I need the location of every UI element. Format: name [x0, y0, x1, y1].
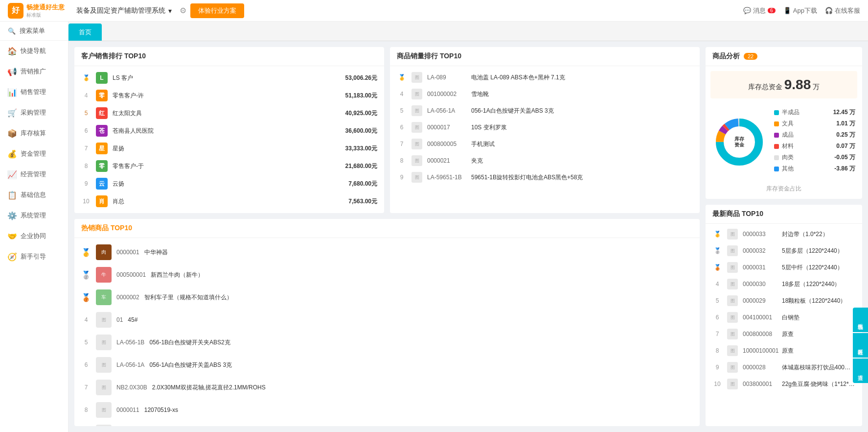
sidebar-item-label: 经营管理 [21, 170, 46, 179]
legend-dot-4 [774, 144, 779, 149]
tab-home[interactable]: 首页 [69, 24, 102, 41]
newest-code-7: 000800008 [743, 331, 777, 337]
table-row: 6 图 0000017 10S 变利罗浆 [390, 119, 700, 136]
system-selector[interactable]: 装备及固定资产辅助管理系统 ▾ [76, 6, 172, 15]
phone-icon: 📱 [783, 7, 791, 14]
online-service-btn[interactable]: 🎧 在线客服 [825, 6, 860, 15]
sidebar-item-quick-nav[interactable]: 🏠 快捷导航 [0, 41, 68, 61]
sidebar-item-cooperation[interactable]: 🤝 企业协同 [0, 226, 68, 246]
hot-code-5: LA-056-1B [116, 339, 144, 346]
newest-name-10: 22g鱼豆腐·烧烤味（1*12*20） [782, 380, 855, 388]
legend-value-1: 12.45 万 [833, 108, 855, 117]
float-btn-service[interactable]: 客服热线 [853, 308, 868, 332]
customer-amount-2: 51,183.00元 [345, 92, 377, 100]
inventory-total-value: 9.88 [784, 77, 811, 92]
hot-code-3: 0000002 [116, 294, 139, 301]
table-row: 5 红 红太阳文具 40,925.00元 [74, 104, 384, 122]
prod-img-5: 图 [411, 139, 422, 149]
table-row: 4 零 零售客户-许 51,183.00元 [74, 87, 384, 104]
newest-code-5: 0000029 [743, 297, 777, 304]
logo-brand: 畅捷通好生意 [26, 3, 65, 12]
table-row: 5 图 LA-056-1A 056-1A白色按键开关盖ABS 3克 [390, 102, 700, 119]
inventory-legend: 半成品 12.45 万 文具 1.01 万 成品 0 [774, 108, 855, 176]
customer-ranking-list: 🥇 L LS 客户 53,006.26元 4 零 零售客户-许 51,183.0… [74, 66, 384, 213]
sidebar-item-base-info[interactable]: 📋 基础信息 [0, 185, 68, 205]
product-sales-title: 商品销量排行 TOP10 [397, 52, 461, 61]
newest-rank-10: 10 [712, 381, 722, 387]
experience-btn[interactable]: 体验行业方案 [190, 3, 244, 18]
sidebar-item-guide[interactable]: 🧭 新手引导 [0, 246, 68, 267]
sidebar-item-finance[interactable]: 💰 资金管理 [0, 144, 68, 164]
chevron-down-icon[interactable]: ▾ [168, 7, 172, 15]
sales-icon: 📊 [8, 88, 17, 96]
app-download-btn[interactable]: 📱 App下载 [783, 6, 817, 15]
customer-name-3: 红太阳文具 [113, 109, 341, 118]
sidebar-item-system[interactable]: ⚙️ 系统管理 [0, 205, 68, 226]
sidebar-item-label: 新手引导 [21, 252, 46, 261]
sidebar-item-inventory[interactable]: 📦 库存核算 [0, 123, 68, 144]
list-item: 9 图 KK-SD22110H 花语萌恒温分腿睡袋（厚款） [74, 421, 700, 426]
legend-dot-6 [774, 167, 779, 171]
inventory-total-label: 库存总资金 [748, 83, 782, 91]
guide-icon: 🧭 [8, 252, 17, 261]
table-row: 🥇 图 LA-089 电池盖 LA-089 ABS本色+黑种 7.1克 [390, 69, 700, 86]
customer-amount-5: 33,333.00元 [345, 144, 377, 153]
newest-name-9: 体城嘉枝味苏打饮品400毫升（1*15） [782, 363, 855, 372]
prod-rank-5: 7 [397, 141, 407, 147]
rank-badge-7: 云 [96, 178, 108, 190]
sidebar-item-purchase[interactable]: 🛒 采购管理 [0, 102, 68, 123]
float-btn-live[interactable]: 直播 [853, 359, 868, 383]
sidebar-item-operations[interactable]: 📈 经营管理 [0, 164, 68, 185]
hot-code-7: NB2.0X30B [116, 384, 147, 391]
finance-icon: 💰 [8, 149, 17, 158]
newest-code-6: 004100001 [743, 314, 777, 321]
message-btn[interactable]: 💬 消息 6 [743, 6, 776, 15]
topbar-right: 💬 消息 6 📱 App下载 🎧 在线客服 [743, 6, 860, 15]
inventory-footer: 库存资金占比 [706, 181, 862, 199]
hot-name-6: 056-1A白色按键开关盖ABS 3克 [149, 361, 693, 369]
rank-badge-8: 肖 [96, 195, 108, 207]
newest-img-1: 图 [727, 229, 738, 240]
newest-name-3: 5层中纤（1220*2440） [782, 264, 855, 272]
sidebar-item-marketing[interactable]: 📢 营销推广 [0, 61, 68, 82]
hot-code-1: 0000001 [116, 249, 139, 256]
newest-code-4: 0000030 [743, 281, 777, 288]
hot-rank-5: 5 [81, 339, 91, 346]
newest-code-9: 0000028 [743, 364, 777, 371]
rank-num-5: 7 [81, 145, 91, 152]
customer-name-2: 零售客户-许 [113, 92, 341, 100]
newest-rank-1: 🥇 [712, 231, 722, 238]
hot-img-4: 图 [96, 312, 112, 328]
newest-rank-2: 🥈 [712, 247, 722, 254]
customer-amount-8: 7,563.00元 [348, 197, 377, 206]
search-icon: 🔍 [8, 27, 16, 35]
rank-badge-4: 苍 [96, 125, 108, 137]
newest-code-1: 0000033 [743, 231, 777, 238]
float-btn-community[interactable]: 服务社区 [853, 333, 868, 358]
hot-code-4: 01 [116, 316, 123, 323]
sidebar-item-sales[interactable]: 📊 销售管理 [0, 82, 68, 102]
table-row: 6 苍 苍南县人民医院 36,600.00元 [74, 122, 384, 140]
table-row: 10 肖 肖总 7,563.00元 [74, 192, 384, 210]
logo-area: 好 畅捷通好生意 标准版 [8, 3, 76, 19]
top-row: 客户销售排行 TOP10 🥇 L LS 客户 53,006.26元 [74, 47, 700, 213]
newest-rank-6: 6 [712, 314, 722, 321]
legend-label-2: 文具 [782, 120, 833, 128]
list-item: 5 图 0000029 18颗粒板（1220*2440） [706, 292, 862, 309]
newest-products-panel: 最新商品 TOP10 🥇 图 0000033 封边带（1.0*22） [706, 205, 862, 426]
hot-name-3: 智利车子里（规格不知道填什么） [144, 293, 693, 302]
search-menu[interactable]: 🔍 搜索菜单 [0, 22, 68, 41]
gear-icon[interactable]: ⚙ [180, 6, 186, 15]
newest-rank-3: 🥉 [712, 264, 722, 271]
hot-img-8: 图 [96, 402, 112, 418]
inventory-total-unit: 万 [813, 83, 820, 91]
donut-chart: 库存 资金 [712, 115, 766, 169]
prod-rank-3: 5 [397, 107, 407, 114]
customer-ranking-header: 客户销售排行 TOP10 [74, 47, 384, 66]
legend-value-3: 0.25 万 [836, 131, 855, 139]
hot-products-header: 热销商品 TOP10 [74, 219, 700, 238]
main-layout: 🔍 搜索菜单 🏠 快捷导航 📢 营销推广 📊 销售管理 🛒 采购管理 📦 库存核… [0, 22, 868, 432]
table-row: 4 图 001000002 雪地靴 [390, 86, 700, 102]
prod-img-3: 图 [411, 105, 422, 116]
hot-img-5: 图 [96, 335, 112, 350]
